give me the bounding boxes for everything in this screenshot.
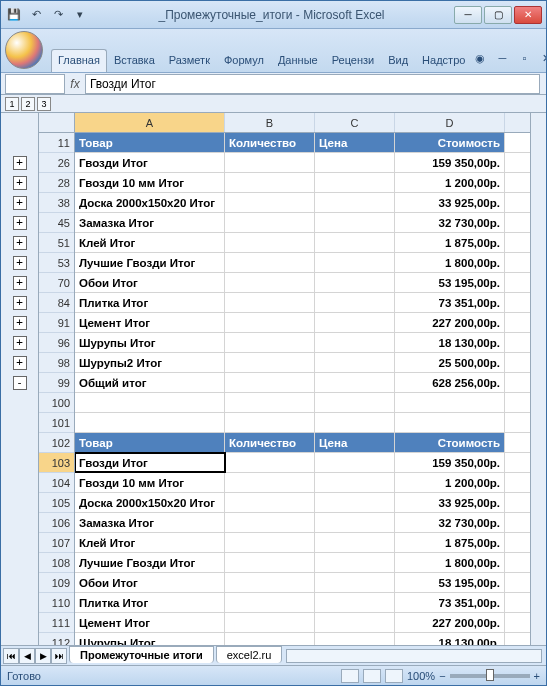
cell[interactable] xyxy=(225,153,315,172)
expand-button[interactable]: + xyxy=(13,196,27,210)
collapse-button[interactable]: - xyxy=(13,376,27,390)
cell[interactable] xyxy=(225,353,315,372)
cell[interactable]: 1 800,00р. xyxy=(395,253,505,272)
cell[interactable] xyxy=(315,453,395,472)
cell[interactable] xyxy=(315,273,395,292)
cell[interactable]: Цена xyxy=(315,433,395,452)
cell[interactable] xyxy=(225,573,315,592)
cell[interactable]: Замазка Итог xyxy=(75,513,225,532)
row-header[interactable]: 11 xyxy=(39,133,74,153)
cell[interactable]: 32 730,00р. xyxy=(395,513,505,532)
cell[interactable]: Клей Итог xyxy=(75,233,225,252)
cell[interactable] xyxy=(225,293,315,312)
cell[interactable]: Шурупы Итог xyxy=(75,633,225,645)
cell[interactable] xyxy=(225,333,315,352)
qat-dropdown-icon[interactable]: ▾ xyxy=(71,6,89,24)
outline-level-2[interactable]: 2 xyxy=(21,97,35,111)
cell[interactable]: Лучшие Гвозди Итог xyxy=(75,253,225,272)
expand-button[interactable]: + xyxy=(13,156,27,170)
row-header[interactable]: 45 xyxy=(39,213,74,233)
cell[interactable] xyxy=(315,333,395,352)
cell[interactable] xyxy=(315,413,395,432)
cell[interactable]: Доска 2000х150х20 Итог xyxy=(75,493,225,512)
cell[interactable]: 33 925,00р. xyxy=(395,193,505,212)
cell[interactable]: 1 800,00р. xyxy=(395,553,505,572)
office-button[interactable] xyxy=(5,31,43,69)
col-header-b[interactable]: B xyxy=(225,113,315,132)
sheet-nav-first[interactable]: ⏮ xyxy=(3,648,19,664)
cell[interactable] xyxy=(315,373,395,392)
zoom-in-icon[interactable]: + xyxy=(534,670,540,682)
cell[interactable] xyxy=(225,253,315,272)
cell[interactable]: Плитка Итог xyxy=(75,593,225,612)
col-header-d[interactable]: D xyxy=(395,113,505,132)
row-header[interactable]: 99 xyxy=(39,373,74,393)
cell[interactable]: 18 130,00р. xyxy=(395,333,505,352)
zoom-slider[interactable] xyxy=(450,674,530,678)
close-workbook-icon[interactable]: ✕ xyxy=(538,50,547,66)
row-header[interactable]: 70 xyxy=(39,273,74,293)
row-header[interactable]: 107 xyxy=(39,533,74,553)
cell[interactable] xyxy=(395,413,505,432)
cell[interactable]: Гвозди 10 мм Итог xyxy=(75,173,225,192)
cell[interactable] xyxy=(225,533,315,552)
cell[interactable] xyxy=(225,373,315,392)
cell[interactable]: Общий итог xyxy=(75,373,225,392)
cell[interactable] xyxy=(315,553,395,572)
cell[interactable] xyxy=(225,613,315,632)
row-header[interactable]: 91 xyxy=(39,313,74,333)
row-header[interactable]: 102 xyxy=(39,433,74,453)
view-layout-icon[interactable] xyxy=(363,669,381,683)
cell[interactable] xyxy=(315,633,395,645)
fx-icon[interactable]: fx xyxy=(65,77,85,91)
row-header[interactable]: 104 xyxy=(39,473,74,493)
cell[interactable]: Количество xyxy=(225,133,315,152)
row-header[interactable]: 38 xyxy=(39,193,74,213)
cell[interactable] xyxy=(315,493,395,512)
cell[interactable]: Лучшие Гвозди Итог xyxy=(75,553,225,572)
cell[interactable] xyxy=(315,533,395,552)
row-header[interactable]: 26 xyxy=(39,153,74,173)
outline-level-1[interactable]: 1 xyxy=(5,97,19,111)
cell[interactable]: Стоимость xyxy=(395,133,505,152)
cell[interactable] xyxy=(225,453,315,472)
row-header[interactable]: 96 xyxy=(39,333,74,353)
cell[interactable] xyxy=(225,473,315,492)
expand-button[interactable]: + xyxy=(13,256,27,270)
cell[interactable]: 227 200,00р. xyxy=(395,613,505,632)
cell[interactable]: 73 351,00р. xyxy=(395,593,505,612)
name-box[interactable] xyxy=(5,74,65,94)
row-header[interactable]: 108 xyxy=(39,553,74,573)
maximize-button[interactable]: ▢ xyxy=(484,6,512,24)
row-header[interactable]: 98 xyxy=(39,353,74,373)
cell[interactable]: Обои Итог xyxy=(75,273,225,292)
cell[interactable] xyxy=(315,173,395,192)
sheet-nav-next[interactable]: ▶ xyxy=(35,648,51,664)
view-pagebreak-icon[interactable] xyxy=(385,669,403,683)
cell[interactable] xyxy=(315,513,395,532)
cell[interactable] xyxy=(225,513,315,532)
col-header-c[interactable]: C xyxy=(315,113,395,132)
expand-button[interactable]: + xyxy=(13,216,27,230)
row-header[interactable]: 100 xyxy=(39,393,74,413)
cell[interactable]: 32 730,00р. xyxy=(395,213,505,232)
cell[interactable]: Плитка Итог xyxy=(75,293,225,312)
row-header[interactable]: 101 xyxy=(39,413,74,433)
ribbon-tab[interactable]: Главная xyxy=(51,49,107,72)
cell[interactable]: Гвозди Итог xyxy=(75,453,225,472)
cell[interactable]: Гвозди Итог xyxy=(75,153,225,172)
cell[interactable] xyxy=(315,393,395,412)
expand-button[interactable]: + xyxy=(13,296,27,310)
cell[interactable]: Товар xyxy=(75,133,225,152)
help-icon[interactable]: ◉ xyxy=(472,50,488,66)
cell[interactable] xyxy=(225,413,315,432)
cell[interactable] xyxy=(315,193,395,212)
cell[interactable]: Доска 2000х150х20 Итог xyxy=(75,193,225,212)
cell[interactable]: 628 256,00р. xyxy=(395,373,505,392)
cell[interactable] xyxy=(225,593,315,612)
cell[interactable]: 18 130,00р. xyxy=(395,633,505,645)
outline-level-3[interactable]: 3 xyxy=(37,97,51,111)
save-icon[interactable]: 💾 xyxy=(5,6,23,24)
vertical-scrollbar[interactable] xyxy=(530,113,546,645)
row-header[interactable]: 84 xyxy=(39,293,74,313)
